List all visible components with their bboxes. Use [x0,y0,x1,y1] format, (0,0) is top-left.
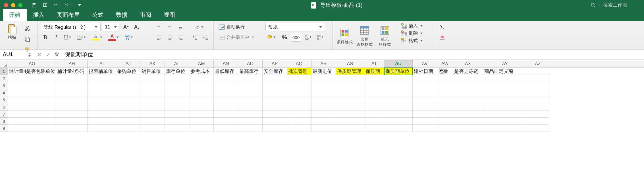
cell-AM6[interactable] [189,103,214,110]
cell-AR9[interactable] [311,125,336,132]
align-left-button[interactable] [155,33,163,42]
cell-AM2[interactable] [189,75,214,82]
cell-AN4[interactable] [214,89,238,96]
underline-button[interactable]: U [63,33,73,42]
cut-button[interactable] [23,24,32,32]
cell-AL4[interactable] [165,89,189,96]
cell-AY8[interactable] [483,118,527,125]
cell-AV5[interactable] [413,96,437,103]
cell-AH8[interactable] [56,118,88,125]
cell-AH4[interactable] [56,89,88,96]
increase-decimal-button[interactable]: .0.00 [303,33,313,42]
number-format-input[interactable] [268,24,313,30]
cell-AM3[interactable] [189,82,214,89]
cell-AI5[interactable] [88,96,116,103]
cell-AG9[interactable] [8,125,56,132]
cell-AY3[interactable] [483,82,527,89]
cell-AK7[interactable] [140,110,165,118]
cell-AM8[interactable] [189,118,214,125]
name-box[interactable] [0,50,33,60]
cell-AW9[interactable] [437,125,453,132]
cell-AO7[interactable] [238,110,263,118]
cell-AY2[interactable] [483,75,527,82]
cell-AS2[interactable] [336,75,364,82]
spreadsheet-grid[interactable]: AGAHAIAJAKALAMANAOAPAQARASATAUAVAWAXAYAZ… [0,60,644,132]
cell-AI3[interactable] [88,82,116,89]
cell-AP7[interactable] [263,110,287,118]
clear-button[interactable] [438,33,447,42]
phonetic-button[interactable]: abcA [123,33,135,42]
cell-AW1[interactable]: 运费 [437,68,453,75]
cell-AO3[interactable] [238,82,263,89]
fx-icon[interactable]: fx [55,52,59,58]
cell-AO1[interactable]: 最高库存 [238,68,263,75]
format-cells-button[interactable]: 格式 [401,38,431,44]
qat-save-as-icon[interactable] [42,1,49,9]
cell-AG4[interactable] [8,89,56,96]
cell-AW6[interactable] [437,103,453,110]
cell-AQ6[interactable] [287,103,311,110]
cell-AJ4[interactable] [116,89,140,96]
cell-AH2[interactable] [56,75,88,82]
percent-button[interactable]: % [280,33,289,42]
cell-AL2[interactable] [165,75,189,82]
cell-AV4[interactable] [413,89,437,96]
cell-AY5[interactable] [483,96,527,103]
tab-2[interactable]: 页面布局 [51,9,86,21]
cell-AS6[interactable] [336,103,364,110]
cell-AN5[interactable] [214,96,238,103]
cell-AX3[interactable] [453,82,483,89]
cell-AZ4[interactable] [527,89,549,96]
col-header-AY[interactable]: AY [483,60,527,67]
cell-AQ5[interactable] [287,96,311,103]
cell-AW5[interactable] [437,96,453,103]
cell-AI7[interactable] [88,110,116,118]
cell-AT5[interactable] [364,96,384,103]
col-header-AM[interactable]: AM [189,60,214,67]
cell-AI2[interactable] [88,75,116,82]
row-header-3[interactable]: 3 [0,82,8,89]
cell-AK1[interactable]: 销售单位 [140,68,165,75]
cell-AN9[interactable] [214,125,238,132]
delete-cells-button[interactable]: 删除 [401,30,431,36]
col-header-AX[interactable]: AX [453,60,483,67]
cell-AV3[interactable] [413,82,437,89]
col-header-AR[interactable]: AR [311,60,336,67]
cell-AK8[interactable] [140,118,165,125]
decrease-decimal-button[interactable]: .00.0 [315,33,325,42]
cell-AU9[interactable] [384,125,413,132]
cell-AS9[interactable] [336,125,364,132]
cell-AI9[interactable] [88,125,116,132]
cell-AQ7[interactable] [287,110,311,118]
copy-button[interactable] [23,35,32,43]
col-header-AO[interactable]: AO [238,60,263,67]
row-header-8[interactable]: 8 [0,118,8,125]
cell-AZ5[interactable] [527,96,549,103]
currency-button[interactable] [265,33,278,42]
cell-AK2[interactable] [140,75,165,82]
tab-5[interactable]: 审阅 [134,9,157,21]
cell-AX5[interactable] [453,96,483,103]
font-size-input[interactable] [105,24,113,30]
cell-AU8[interactable] [384,118,413,125]
cell-AY1[interactable]: 商品自定义项 [483,68,527,75]
cell-AS5[interactable] [336,96,364,103]
cell-AP2[interactable] [263,75,287,82]
cell-AP9[interactable] [263,125,287,132]
cell-AL9[interactable] [165,125,189,132]
col-header-AV[interactable]: AV [413,60,437,67]
cell-AJ3[interactable] [116,82,140,89]
cell-AU1[interactable]: 保质期单位 [384,68,413,75]
col-header-AT[interactable]: AT [364,60,384,67]
cell-AP8[interactable] [263,118,287,125]
cell-AW2[interactable] [437,75,453,82]
cell-AH5[interactable] [56,96,88,103]
cell-AW8[interactable] [437,118,453,125]
cell-AX6[interactable] [453,103,483,110]
col-header-AL[interactable]: AL [165,60,189,67]
zoom-window-button[interactable] [18,3,22,7]
cell-AG5[interactable] [8,96,56,103]
cell-AX9[interactable] [453,125,483,132]
col-header-AP[interactable]: AP [263,60,287,67]
cell-AH9[interactable] [56,125,88,132]
